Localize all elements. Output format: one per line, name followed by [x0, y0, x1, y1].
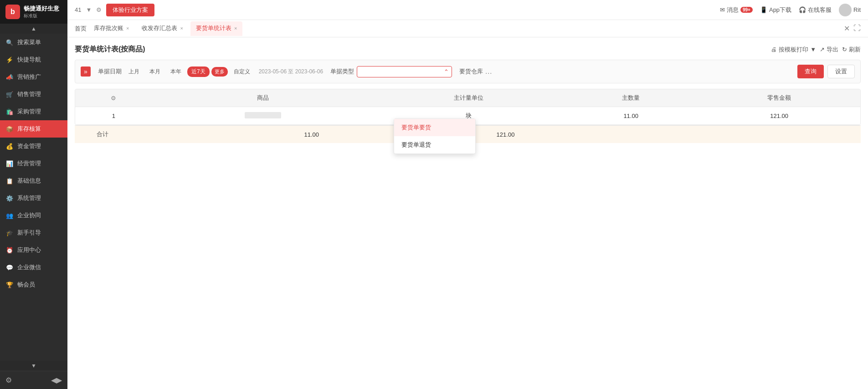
filter-warehouse-group: 要货仓库 …: [459, 67, 492, 76]
print-button[interactable]: 🖨 按模板打印 ▼: [771, 46, 816, 54]
settings-icon[interactable]: ⚙: [5, 376, 12, 384]
filter-toggle-button[interactable]: »: [81, 67, 91, 77]
trial-button[interactable]: 体验行业方案: [106, 4, 154, 16]
sidebar-item-search[interactable]: 🔍 搜索菜单: [0, 34, 67, 51]
logo: b 畅捷通好生意 标准版: [0, 0, 67, 24]
sidebar: b 畅捷通好生意 标准版 ▲ 🔍 搜索菜单 ⚡ 快捷导航 📣 营销推广 🛒 销售…: [0, 0, 67, 389]
date-chip-this-year[interactable]: 本年: [166, 67, 185, 77]
export-button[interactable]: ↗ 导出: [820, 46, 838, 54]
sidebar-item-wechat[interactable]: 💬 企业微信: [0, 259, 67, 276]
messages-item[interactable]: ✉ 消息 99+: [720, 6, 753, 14]
chart-icon: 📊: [5, 159, 14, 168]
type-filter-label: 单据类型: [330, 67, 354, 76]
filter-buttons: 查询 设置: [797, 65, 855, 78]
sidebar-item-enterprise[interactable]: 👥 企业协同: [0, 207, 67, 224]
topbar-right: ✉ 消息 99+ 📱 App下载 🎧 在线客服 Rit: [720, 4, 861, 16]
nav-scroll-down[interactable]: ▼: [0, 361, 67, 371]
date-chip-last-month[interactable]: 上月: [124, 67, 144, 77]
sidebar-item-label: 畅会员: [17, 281, 35, 289]
logo-icon: b: [5, 5, 20, 19]
tab-order-stats[interactable]: 要货单统计表 ×: [190, 21, 242, 36]
info-icon: 📋: [5, 177, 14, 185]
cell-product: [152, 107, 374, 125]
app-download-item[interactable]: 📱 App下载: [760, 6, 791, 14]
sidebar-item-label: 资金管理: [17, 142, 41, 150]
sidebar-item-label: 采购管理: [17, 107, 41, 116]
tab-inventory-batch[interactable]: 库存批次账 ×: [88, 21, 134, 36]
sidebar-item-finance[interactable]: 💰 资金管理: [0, 138, 67, 155]
megaphone-icon: 📣: [5, 73, 14, 81]
sidebar-item-label: 销售管理: [17, 90, 41, 98]
dropdown-item-return-goods[interactable]: 要货单退货: [394, 136, 475, 154]
tab-close-icon[interactable]: ×: [126, 26, 129, 31]
page-actions: 🖨 按模板打印 ▼ ↗ 导出 ↻ 刷新: [771, 46, 861, 54]
refresh-button[interactable]: ↻ 刷新: [842, 46, 861, 54]
sidebar-item-marketing[interactable]: 📣 营销推广: [0, 68, 67, 86]
sidebar-item-system[interactable]: ⚙️ 系统管理: [0, 189, 67, 207]
settings-button[interactable]: 设置: [827, 65, 855, 78]
tab-receipt-summary[interactable]: 收发存汇总表 ×: [136, 21, 188, 36]
sidebar-item-guide[interactable]: 🎓 新手引导: [0, 224, 67, 241]
col-unit: 主计量单位: [374, 89, 564, 107]
sidebar-item-sales[interactable]: 🛒 销售管理: [0, 86, 67, 103]
tab-label: 库存批次账: [94, 24, 123, 32]
tab-close-icon[interactable]: ×: [180, 26, 183, 31]
filter-type-group: 单据类型 ⌃: [330, 66, 452, 77]
logo-text: 畅捷通好生意 标准版: [24, 5, 59, 19]
tab-expand-icon[interactable]: ⛶: [853, 24, 861, 33]
user-avatar[interactable]: Rit: [839, 4, 861, 16]
topbar-gear-icon[interactable]: ⚙: [96, 6, 102, 13]
sidebar-item-apps[interactable]: ⏰ 应用中心: [0, 241, 67, 259]
topbar-left: 41 ▼ ⚙ 体验行业方案: [75, 4, 154, 16]
gear-icon: ⚙️: [5, 194, 14, 202]
sidebar-footer: ⚙ ◀▶: [0, 371, 67, 389]
sidebar-item-quicknav[interactable]: ⚡ 快捷导航: [0, 51, 67, 68]
warehouse-more-icon[interactable]: …: [485, 67, 492, 76]
tab-close-all-icon[interactable]: ✕: [844, 24, 850, 33]
search-icon: 🔍: [5, 38, 14, 46]
type-select-close-icon[interactable]: ⌃: [441, 67, 452, 77]
date-chip-this-month[interactable]: 本月: [145, 67, 164, 77]
chevron-down-icon[interactable]: ▼: [86, 6, 92, 13]
sidebar-nav: 🔍 搜索菜单 ⚡ 快捷导航 📣 营销推广 🛒 销售管理 🛍️ 采购管理 📦 库存…: [0, 34, 67, 361]
sidebar-item-member[interactable]: 🏆 畅会员: [0, 276, 67, 293]
headset-icon: 🎧: [799, 6, 806, 13]
page-header: 要货单统计表(按商品) 🖨 按模板打印 ▼ ↗ 导出 ↻ 刷新: [75, 45, 861, 54]
tab-home[interactable]: 首页: [75, 25, 87, 33]
warehouse-filter-label: 要货仓库: [459, 67, 483, 76]
date-chip-7days[interactable]: 近7天: [187, 67, 210, 77]
table-settings-icon[interactable]: ⚙: [111, 95, 116, 102]
money-icon: 💰: [5, 142, 14, 150]
sidebar-item-inventory[interactable]: 📦 库存核算: [0, 120, 67, 138]
collapse-icon[interactable]: ◀▶: [51, 376, 62, 384]
sidebar-item-label: 应用中心: [17, 246, 41, 254]
nav-scroll-up[interactable]: ▲: [0, 24, 67, 34]
online-service-item[interactable]: 🎧 在线客服: [799, 6, 832, 14]
col-product: 商品: [152, 89, 374, 107]
refresh-icon: ↻: [842, 46, 847, 53]
sidebar-item-label: 企业协同: [17, 211, 41, 220]
member-icon: 🏆: [5, 281, 14, 289]
content-area: 要货单统计表(按商品) 🖨 按模板打印 ▼ ↗ 导出 ↻ 刷新: [67, 37, 868, 389]
col-quantity: 主数量: [564, 89, 698, 107]
box-icon: 📦: [5, 125, 14, 133]
page-title: 要货单统计表(按商品): [75, 45, 145, 54]
tab-close-icon[interactable]: ×: [234, 26, 237, 31]
guide-icon: 🎓: [5, 229, 14, 237]
date-range: 2023-05-06 至 2023-06-06: [259, 68, 323, 76]
date-chip-custom[interactable]: 自定义: [230, 67, 254, 77]
sidebar-item-label: 快捷导航: [17, 56, 41, 64]
dropdown-item-order-goods[interactable]: 要货单要货: [394, 119, 475, 136]
tabbar: 首页 库存批次账 × 收发存汇总表 × 要货单统计表 × ✕ ⛶: [67, 20, 868, 37]
type-select-input[interactable]: [357, 67, 441, 77]
sidebar-item-label: 经营管理: [17, 159, 41, 168]
total-amount: 121.00: [497, 131, 515, 138]
message-icon: ✉: [720, 6, 725, 13]
sidebar-item-management[interactable]: 📊 经营管理: [0, 155, 67, 172]
date-chip-more[interactable]: 更多: [211, 67, 228, 77]
query-button[interactable]: 查询: [797, 65, 824, 78]
sidebar-item-basic-info[interactable]: 📋 基础信息: [0, 172, 67, 189]
sidebar-item-purchase[interactable]: 🛍️ 采购管理: [0, 103, 67, 120]
print-icon: 🖨: [771, 46, 777, 53]
filter-date-group: 单据日期 上月 本月 本年 近7天 更多 自定义 2023-05-06 至 20…: [98, 67, 323, 77]
